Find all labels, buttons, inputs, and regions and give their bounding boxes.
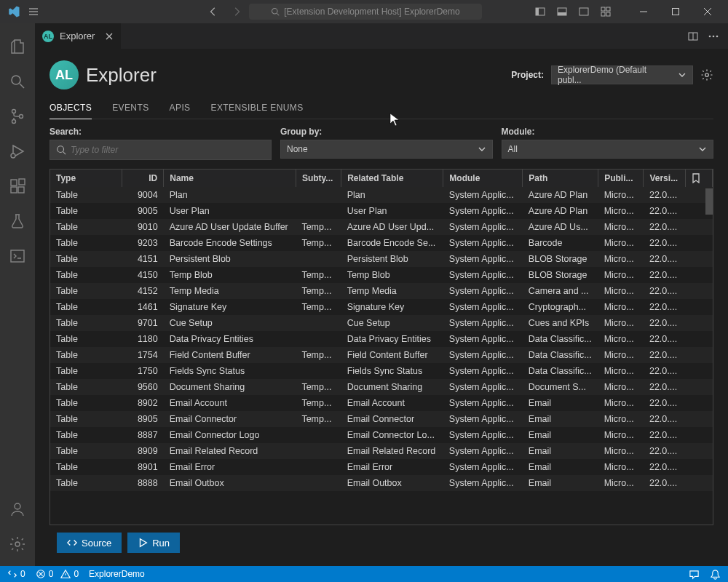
more-actions-icon[interactable] (708, 31, 719, 42)
nav-forward-icon[interactable] (232, 7, 242, 17)
play-icon (138, 538, 148, 548)
table-row[interactable]: Table8901Email ErrorEmail ErrorSystem Ap… (50, 459, 713, 475)
col-id[interactable]: ID (122, 170, 164, 187)
tab-apis[interactable]: APIS (170, 103, 191, 119)
status-project[interactable]: ExplorerDemo (89, 569, 145, 579)
search-icon (271, 7, 280, 16)
layout-sidebar-right-icon[interactable] (578, 6, 590, 17)
tab-enums[interactable]: EXTENSIBLE ENUMS (211, 103, 304, 119)
accounts-icon[interactable] (0, 492, 35, 527)
svg-rect-9 (601, 12, 605, 16)
window-maximize-button[interactable] (660, 0, 692, 23)
svg-rect-6 (585, 8, 588, 15)
table-scrollbar[interactable] (705, 170, 713, 525)
groupby-dropdown[interactable]: None (280, 140, 493, 159)
window-minimize-button[interactable] (628, 0, 660, 23)
menu-icon[interactable] (28, 6, 39, 17)
feedback-icon[interactable] (689, 569, 700, 580)
col-publisher[interactable]: Publi... (598, 170, 644, 187)
svg-point-27 (716, 35, 719, 37)
extensions-icon[interactable] (0, 169, 35, 204)
settings-icon[interactable] (0, 527, 35, 562)
table-row[interactable]: Table1461Signature KeyTemp...Signature K… (50, 299, 713, 315)
table-row[interactable]: Table1180Data Privacy EntitiesData Priva… (50, 331, 713, 347)
project-label: Project: (511, 70, 544, 80)
titlebar-search[interactable]: [Extension Development Host] ExplorerDem… (249, 4, 482, 20)
remote-indicator[interactable]: 0 (7, 569, 25, 579)
al-badge-large-icon: AL (50, 60, 79, 89)
svg-point-0 (272, 9, 278, 15)
terminal-icon[interactable] (0, 239, 35, 274)
window-close-button[interactable] (692, 0, 724, 23)
explorer-icon[interactable] (0, 29, 35, 64)
table-row[interactable]: Table1750Fields Sync StatusFields Sync S… (50, 363, 713, 379)
table-row[interactable]: Table9010Azure AD User Update BufferTemp… (50, 219, 713, 235)
run-button[interactable]: Run (127, 533, 180, 553)
statusbar: 0 0 0 ExplorerDemo (0, 566, 728, 582)
run-button-label: Run (152, 538, 170, 549)
run-debug-icon[interactable] (0, 134, 35, 169)
project-dropdown[interactable]: ExplorerDemo (Default publ... (551, 65, 693, 84)
table-row[interactable]: Table8905Email ConnectorTemp...Email Con… (50, 411, 713, 427)
table-row[interactable]: Table4151Persistent BlobPersistent BlobS… (50, 251, 713, 267)
col-subtype[interactable]: Subty... (296, 170, 341, 187)
source-control-icon[interactable] (0, 99, 35, 134)
groupby-label: Group by: (280, 127, 493, 137)
table-row[interactable]: Table4150Temp BlobTemp...Temp BlobSystem… (50, 267, 713, 283)
table-row[interactable]: Table8902Email AccountTemp...Email Accou… (50, 395, 713, 411)
svg-rect-21 (11, 250, 24, 262)
svg-point-23 (15, 542, 20, 546)
col-name[interactable]: Name (164, 170, 296, 187)
problems-indicator[interactable]: 0 0 (36, 569, 79, 579)
table-row[interactable]: Table9560Document SharingTemp...Document… (50, 379, 713, 395)
table-row[interactable]: Table9005User PlanUser PlanSystem Applic… (50, 203, 713, 219)
nav-arrows (208, 7, 242, 17)
nav-back-icon[interactable] (208, 7, 218, 17)
table-row[interactable]: Table4152Temp MediaTemp...Temp MediaSyst… (50, 283, 713, 299)
table-row[interactable]: Table9701Cue SetupCue SetupSystem Applic… (50, 315, 713, 331)
table-row[interactable]: Table9203Barcode Encode SettingsTemp...B… (50, 235, 713, 251)
close-tab-icon[interactable] (105, 32, 114, 41)
svg-point-13 (12, 110, 16, 113)
layout-sidebar-left-icon[interactable] (534, 6, 546, 17)
svg-point-22 (15, 503, 20, 509)
source-button-label: Source (82, 538, 111, 549)
page-title: Explorer (86, 64, 157, 87)
table-row[interactable]: Table1754Field Content BufferTemp...Fiel… (50, 347, 713, 363)
svg-point-14 (12, 120, 16, 124)
layout-panel-icon[interactable] (556, 6, 568, 17)
editor-tab-explorer[interactable]: AL Explorer (35, 23, 122, 49)
tab-events[interactable]: EVENTS (112, 103, 149, 119)
search-input[interactable] (71, 145, 265, 155)
testing-icon[interactable] (0, 204, 35, 239)
svg-rect-17 (11, 180, 17, 186)
table-row[interactable]: Table8888Email OutboxEmail OutboxSystem … (50, 475, 713, 491)
svg-rect-7 (601, 7, 605, 11)
col-path[interactable]: Path (523, 170, 598, 187)
search-box[interactable] (50, 140, 272, 160)
scrollbar-thumb[interactable] (705, 188, 713, 215)
notifications-icon[interactable] (710, 569, 721, 580)
search-activity-icon[interactable] (0, 64, 35, 99)
split-editor-icon[interactable] (687, 31, 699, 42)
chevron-down-icon (478, 145, 486, 154)
col-version[interactable]: Versi... (644, 170, 685, 187)
search-field-icon (56, 145, 66, 155)
col-type[interactable]: Type (50, 170, 122, 187)
module-dropdown[interactable]: All (502, 140, 714, 159)
project-settings-icon[interactable] (700, 68, 713, 81)
table-row[interactable]: Table8887Email Connector LogoEmail Conne… (50, 427, 713, 443)
tab-objects[interactable]: OBJECTS (50, 103, 92, 119)
col-related[interactable]: Related Table (341, 170, 443, 187)
layout-customize-icon[interactable] (600, 6, 612, 17)
table-row[interactable]: Table9004PlanPlanSystem Applic...Azure A… (50, 187, 713, 203)
editor-tabbar: AL Explorer (35, 23, 728, 49)
col-module[interactable]: Module (443, 170, 523, 187)
module-label: Module: (502, 127, 714, 137)
vscode-logo-icon (7, 5, 20, 18)
content-tabs: OBJECTS EVENTS APIS EXTENSIBLE ENUMS (50, 103, 713, 119)
objects-table[interactable]: Type ID Name Subty... Related Table Modu… (50, 169, 713, 525)
table-row[interactable]: Table8909Email Related RecordEmail Relat… (50, 443, 713, 459)
source-button[interactable]: Source (57, 533, 122, 553)
titlebar: [Extension Development Host] ExplorerDem… (0, 0, 728, 23)
